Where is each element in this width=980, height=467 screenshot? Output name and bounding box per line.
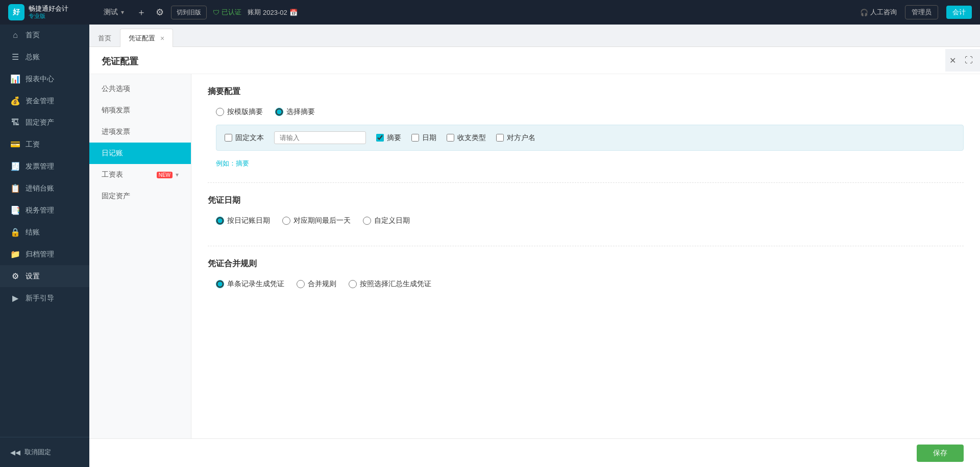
radio-single-input[interactable] bbox=[216, 280, 224, 288]
maximize-button[interactable]: ⛶ bbox=[962, 53, 976, 67]
settings-nav-icon: ⚙ bbox=[10, 271, 20, 281]
company-dropdown-arrow[interactable]: ▾ bbox=[121, 9, 124, 16]
certified-label: 已认证 bbox=[222, 8, 241, 17]
radio-merge-input[interactable] bbox=[297, 280, 305, 288]
bottom-bar: 保存 bbox=[89, 438, 980, 467]
payment-type-label: 收支类型 bbox=[457, 133, 486, 143]
radio-merge[interactable]: 合并规则 bbox=[297, 279, 336, 289]
nav-item-sales[interactable]: 销项发票 bbox=[89, 100, 191, 121]
radio-custom-date[interactable]: 自定义日期 bbox=[363, 216, 410, 225]
checkbox-summary[interactable]: 摘要 bbox=[376, 133, 401, 143]
collapse-button[interactable]: ◀◀ 取消固定 bbox=[0, 442, 89, 462]
checkbox-date[interactable]: 日期 bbox=[411, 133, 436, 143]
service-label: 人工咨询 bbox=[870, 8, 897, 17]
nav-item-public[interactable]: 公共选项 bbox=[89, 78, 191, 100]
user-button[interactable]: 管理员 bbox=[905, 5, 938, 19]
radio-select-summary[interactable]: 选择摘要 bbox=[275, 107, 315, 116]
nav-label-purchase: 进项发票 bbox=[102, 127, 130, 135]
salary-icon: 💳 bbox=[10, 139, 20, 149]
nav-item-payroll[interactable]: 工资表 NEW ▾ bbox=[89, 164, 191, 185]
checkbox-payment-type[interactable]: 收支类型 bbox=[447, 133, 486, 143]
report-icon: 📊 bbox=[10, 74, 20, 84]
logo-area: 好 畅捷通好会计 专业版 bbox=[8, 4, 97, 20]
radio-period-last-input[interactable] bbox=[282, 217, 290, 225]
header-right: 🎧 人工咨询 管理员 会计 bbox=[860, 5, 972, 19]
sidebar-item-guide[interactable]: ▶ 新手引导 bbox=[0, 287, 89, 309]
payroll-expand-icon: ▾ bbox=[176, 171, 179, 178]
logo-text-area: 畅捷通好会计 专业版 bbox=[29, 5, 68, 20]
trade-icon: 📋 bbox=[10, 183, 20, 193]
voucher-date-section: 凭证日期 按日记账日期 对应期间最后一天 bbox=[208, 183, 964, 246]
sidebar-item-salary[interactable]: 💳 工资 bbox=[0, 133, 89, 155]
nav-item-purchase[interactable]: 进项发票 bbox=[89, 121, 191, 143]
service-button[interactable]: 🎧 人工咨询 bbox=[860, 8, 897, 17]
fixed-text-input[interactable] bbox=[274, 131, 366, 144]
merge-rules-body: 单条记录生成凭证 合并规则 按照选择汇总生成凭证 bbox=[208, 279, 964, 289]
radio-summary-merge-label: 按照选择汇总生成凭证 bbox=[360, 279, 431, 289]
new-badge: NEW bbox=[157, 172, 173, 178]
radio-summary-merge[interactable]: 按照选择汇总生成凭证 bbox=[349, 279, 431, 289]
sidebar-item-asset[interactable]: 🏗 固定资产 bbox=[0, 112, 89, 133]
archive-icon: 📁 bbox=[10, 249, 20, 259]
checkbox-counterparty[interactable]: 对方户名 bbox=[496, 133, 535, 143]
sidebar-label-archive: 归档管理 bbox=[26, 250, 54, 259]
page-content: 凭证配置 ↻ 刷新 公共选项 销项发票 进项发票 bbox=[89, 47, 980, 438]
tab-voucher-config[interactable]: 凭证配置 × bbox=[120, 29, 173, 47]
nav-label-public: 公共选项 bbox=[102, 84, 130, 92]
sidebar-item-invoice[interactable]: 🧾 发票管理 bbox=[0, 155, 89, 177]
radio-summary-merge-input[interactable] bbox=[349, 280, 357, 288]
top-header: 好 畅捷通好会计 专业版 测试 ▾ ＋ ⚙ 切到旧版 🛡 已认证 账期 2023… bbox=[0, 0, 980, 25]
radio-journal-date[interactable]: 按日记账日期 bbox=[216, 216, 270, 225]
settings-button[interactable]: ⚙ bbox=[153, 5, 167, 19]
sidebar-item-report[interactable]: 📊 报表中心 bbox=[0, 68, 89, 90]
collapse-label: 取消固定 bbox=[24, 448, 51, 457]
calendar-icon[interactable]: 📅 bbox=[289, 9, 298, 16]
radio-custom-date-label: 自定义日期 bbox=[374, 216, 410, 225]
tab-bar: 首页 凭证配置 × ✕ ⛶ bbox=[89, 25, 980, 47]
sidebar-item-home[interactable]: ⌂ 首页 bbox=[0, 25, 89, 46]
sidebar-item-archive[interactable]: 📁 归档管理 bbox=[0, 243, 89, 265]
tab-close-button[interactable]: × bbox=[160, 34, 164, 42]
tab-home[interactable]: 首页 bbox=[89, 29, 120, 47]
left-nav: 公共选项 销项发票 进项发票 日记账 工资表 NEW bbox=[89, 74, 191, 438]
invoice-icon: 🧾 bbox=[10, 161, 20, 171]
sidebar-item-tax[interactable]: 📑 税务管理 bbox=[0, 199, 89, 221]
radio-period-last[interactable]: 对应期间最后一天 bbox=[282, 216, 351, 225]
date-checkbox[interactable] bbox=[411, 134, 419, 142]
content-area: 首页 凭证配置 × ✕ ⛶ 凭证配置 ↻ 刷新 bbox=[89, 25, 980, 467]
radio-select-input[interactable] bbox=[275, 108, 283, 116]
radio-custom-date-input[interactable] bbox=[363, 217, 371, 225]
sidebar-item-capital[interactable]: 💰 资金管理 bbox=[0, 90, 89, 112]
payment-type-checkbox[interactable] bbox=[447, 134, 454, 142]
sidebar: ⌂ 首页 ☰ 总账 📊 报表中心 💰 资金管理 🏗 固定资产 💳 工资 bbox=[0, 25, 89, 467]
fixed-text-checkbox[interactable] bbox=[225, 134, 232, 142]
radio-template-label: 按模版摘要 bbox=[227, 107, 263, 116]
home-icon: ⌂ bbox=[10, 31, 20, 40]
save-button[interactable]: 保存 bbox=[917, 445, 964, 462]
tab-voucher-config-label: 凭证配置 bbox=[129, 34, 155, 43]
voucher-date-title: 凭证日期 bbox=[208, 195, 964, 206]
nav-item-fixed-asset[interactable]: 固定资产 bbox=[89, 185, 191, 207]
sidebar-item-ledger[interactable]: ☰ 总账 bbox=[0, 46, 89, 68]
radio-journal-date-input[interactable] bbox=[216, 217, 224, 225]
summary-checkbox[interactable] bbox=[376, 134, 384, 142]
sidebar-label-settings: 设置 bbox=[26, 272, 40, 281]
sidebar-label-tax: 税务管理 bbox=[26, 206, 54, 215]
radio-template-input[interactable] bbox=[216, 108, 224, 116]
checkbox-fixed-text[interactable]: 固定文本 bbox=[225, 133, 264, 143]
date-radio-group: 按日记账日期 对应期间最后一天 自定义日期 bbox=[216, 216, 964, 225]
period-value: 2023-02 bbox=[263, 9, 287, 16]
sidebar-item-closing[interactable]: 🔒 结账 bbox=[0, 221, 89, 243]
sidebar-item-trade[interactable]: 📋 进销台账 bbox=[0, 177, 89, 199]
radio-template-summary[interactable]: 按模版摘要 bbox=[216, 107, 263, 116]
counterparty-checkbox[interactable] bbox=[496, 134, 504, 142]
sidebar-item-settings[interactable]: ⚙ 设置 bbox=[0, 265, 89, 287]
page-title: 凭证配置 bbox=[102, 55, 138, 67]
accountant-button[interactable]: 会计 bbox=[946, 6, 972, 19]
radio-single[interactable]: 单条记录生成凭证 bbox=[216, 279, 284, 289]
switch-old-button[interactable]: 切到旧版 bbox=[171, 6, 207, 19]
add-button[interactable]: ＋ bbox=[134, 5, 149, 19]
nav-item-journal[interactable]: 日记账 bbox=[89, 143, 191, 164]
close-window-button[interactable]: ✕ bbox=[945, 53, 960, 67]
nav-label-fixed-asset: 固定资产 bbox=[102, 192, 130, 200]
